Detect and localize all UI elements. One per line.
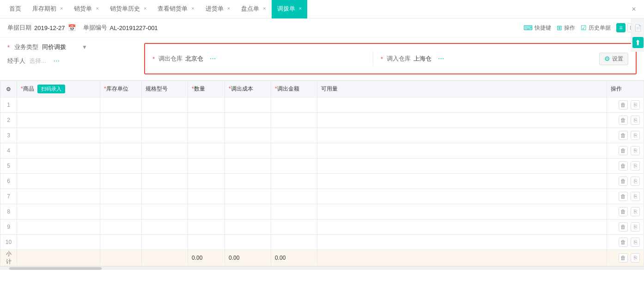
- scrollbar-thumb[interactable]: [9, 267, 102, 270]
- row-product-cell[interactable]: [17, 128, 100, 143]
- calendar-icon[interactable]: 📅: [68, 24, 76, 31]
- row-delete-button[interactable]: 🗑: [619, 131, 628, 140]
- tab-stocktaking-close[interactable]: ×: [263, 6, 266, 11]
- row-cost-cell[interactable]: [225, 128, 271, 143]
- business-type-dropdown-icon[interactable]: ▼: [82, 44, 87, 50]
- row-delete-button[interactable]: 🗑: [619, 177, 628, 186]
- row-qty-cell[interactable]: [188, 143, 225, 159]
- row-unit-cell[interactable]: [100, 113, 142, 128]
- row-copy-button[interactable]: ⎘: [631, 116, 640, 125]
- tab-transfer[interactable]: 调拨单 ×: [272, 0, 307, 18]
- row-copy-button[interactable]: ⎘: [631, 161, 640, 171]
- row-delete-button[interactable]: 🗑: [619, 253, 628, 262]
- row-delete-button[interactable]: 🗑: [619, 161, 628, 171]
- row-copy-button[interactable]: ⎘: [631, 253, 640, 262]
- row-copy-button[interactable]: ⎘: [631, 131, 640, 140]
- row-delete-button[interactable]: 🗑: [619, 146, 628, 155]
- row-unit-cell[interactable]: [100, 98, 142, 113]
- date-value[interactable]: 2019-12-27: [34, 24, 65, 31]
- row-qty-cell[interactable]: [188, 235, 225, 250]
- row-qty-cell[interactable]: [188, 98, 225, 113]
- row-cost-cell[interactable]: [225, 235, 271, 250]
- row-cost-cell[interactable]: [225, 189, 271, 204]
- row-spec-cell[interactable]: [142, 235, 188, 250]
- close-all-tabs-button[interactable]: ×: [627, 3, 640, 16]
- row-copy-button[interactable]: ⎘: [631, 222, 640, 232]
- list-view-button[interactable]: ≡: [616, 23, 626, 32]
- row-spec-cell[interactable]: [142, 220, 188, 235]
- row-copy-button[interactable]: ⎘: [631, 100, 640, 110]
- row-product-cell[interactable]: [17, 159, 100, 174]
- row-delete-button[interactable]: 🗑: [619, 100, 628, 110]
- tab-view-sales-close[interactable]: ×: [191, 6, 194, 11]
- row-delete-button[interactable]: 🗑: [619, 116, 628, 125]
- tab-home[interactable]: 首页: [4, 0, 27, 18]
- row-qty-cell[interactable]: [188, 128, 225, 143]
- row-amount-cell[interactable]: [271, 143, 317, 159]
- row-qty-cell[interactable]: [188, 159, 225, 174]
- row-product-cell[interactable]: [17, 113, 100, 128]
- row-spec-cell[interactable]: [142, 98, 188, 113]
- row-cost-cell[interactable]: [225, 204, 271, 220]
- row-amount-cell[interactable]: [271, 174, 317, 189]
- tab-transfer-close[interactable]: ×: [299, 6, 302, 11]
- row-unit-cell[interactable]: [100, 204, 142, 220]
- row-cost-cell[interactable]: [225, 220, 271, 235]
- row-copy-button[interactable]: ⎘: [631, 192, 640, 201]
- row-product-cell[interactable]: [17, 220, 100, 235]
- row-spec-cell[interactable]: [142, 113, 188, 128]
- row-product-cell[interactable]: [17, 189, 100, 204]
- tab-inventory-init[interactable]: 库存期初 ×: [27, 0, 68, 18]
- row-delete-button[interactable]: 🗑: [619, 192, 628, 201]
- tab-purchase-order[interactable]: 进货单 ×: [200, 0, 236, 18]
- person-more-button[interactable]: ···: [54, 57, 60, 65]
- history-button[interactable]: ☑ 历史单据: [581, 24, 611, 32]
- row-product-cell[interactable]: [17, 98, 100, 113]
- row-unit-cell[interactable]: [100, 235, 142, 250]
- quick-key-button[interactable]: ⌨ 快捷键: [523, 24, 551, 32]
- row-amount-cell[interactable]: [271, 235, 317, 250]
- row-copy-button[interactable]: ⎘: [631, 238, 640, 247]
- row-qty-cell[interactable]: [188, 113, 225, 128]
- row-amount-cell[interactable]: [271, 220, 317, 235]
- row-amount-cell[interactable]: [271, 204, 317, 220]
- row-copy-button[interactable]: ⎘: [631, 207, 640, 216]
- row-cost-cell[interactable]: [225, 113, 271, 128]
- operations-button[interactable]: ⊞ 操作: [557, 24, 575, 32]
- tab-view-sales[interactable]: 查看销货单 ×: [152, 0, 200, 18]
- row-unit-cell[interactable]: [100, 128, 142, 143]
- horizontal-scrollbar[interactable]: [0, 266, 644, 270]
- tab-sales-order[interactable]: 销货单 ×: [68, 0, 104, 18]
- row-unit-cell[interactable]: [100, 189, 142, 204]
- row-cost-cell[interactable]: [225, 143, 271, 159]
- row-unit-cell[interactable]: [100, 220, 142, 235]
- tab-sales-history[interactable]: 销货单历史 ×: [104, 0, 152, 18]
- row-spec-cell[interactable]: [142, 204, 188, 220]
- row-qty-cell[interactable]: [188, 189, 225, 204]
- row-product-cell[interactable]: [17, 235, 100, 250]
- row-qty-cell[interactable]: [188, 174, 225, 189]
- row-qty-cell[interactable]: [188, 220, 225, 235]
- row-amount-cell[interactable]: [271, 159, 317, 174]
- row-delete-button[interactable]: 🗑: [619, 222, 628, 232]
- settings-button[interactable]: ⚙ 设置: [599, 53, 628, 65]
- tab-inventory-init-close[interactable]: ×: [60, 6, 63, 11]
- row-product-cell[interactable]: [17, 174, 100, 189]
- person-select[interactable]: 选择...: [29, 57, 46, 65]
- tab-stocktaking[interactable]: 盘点单 ×: [236, 0, 271, 18]
- row-amount-cell[interactable]: [271, 113, 317, 128]
- row-spec-cell[interactable]: [142, 174, 188, 189]
- row-spec-cell[interactable]: [142, 159, 188, 174]
- row-amount-cell[interactable]: [271, 98, 317, 113]
- row-delete-button[interactable]: 🗑: [619, 207, 628, 216]
- row-unit-cell[interactable]: [100, 143, 142, 159]
- warehouse-out-more-button[interactable]: ···: [210, 55, 216, 63]
- tab-sales-order-close[interactable]: ×: [96, 6, 98, 11]
- row-product-cell[interactable]: [17, 204, 100, 220]
- scan-input-button[interactable]: 扫码录入: [37, 85, 65, 93]
- column-header-settings[interactable]: ⚙: [0, 81, 17, 98]
- row-cost-cell[interactable]: [225, 174, 271, 189]
- sidebar-notes-button[interactable]: 📄: [632, 22, 644, 33]
- row-product-cell[interactable]: [17, 143, 100, 159]
- sidebar-link-button[interactable]: ⬆: [632, 37, 644, 48]
